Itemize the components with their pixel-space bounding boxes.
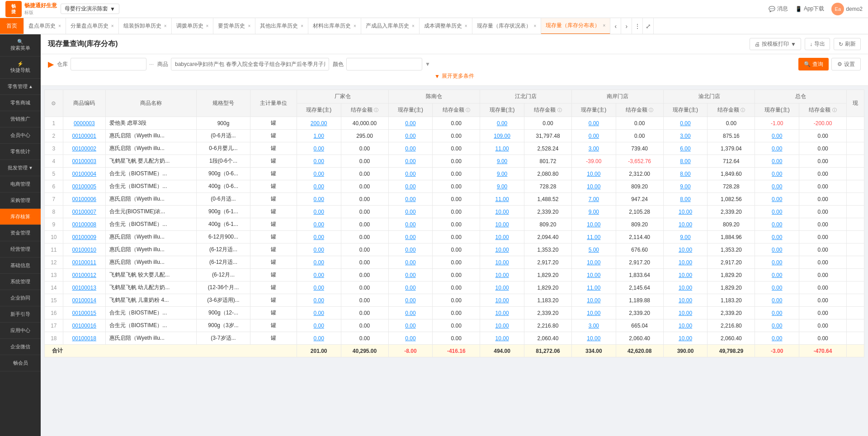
row-jb-stock: 9.00	[480, 168, 524, 180]
sidebar-item-system[interactable]: 系统管理	[0, 274, 41, 290]
summary-jb-amount: 81,272.06	[524, 345, 572, 357]
tab-stocktake[interactable]: 盘点单历史 ×	[24, 18, 66, 34]
sidebar-item-retail-mgmt[interactable]: 零售管理 ▲	[0, 79, 41, 95]
sidebar-item-retail-stats[interactable]: 零售统计	[0, 144, 41, 160]
sidebar-item-base[interactable]: 基础信息	[0, 258, 41, 274]
tab-home[interactable]: 首页	[0, 18, 24, 34]
warehouse-input[interactable]	[71, 58, 146, 70]
tab-other-out[interactable]: 其他出库单历史 ×	[255, 18, 308, 34]
sidebar-item-search[interactable]: 🔍 搜索英单	[0, 34, 41, 56]
tab-close-icon[interactable]: ×	[412, 23, 415, 28]
row-yb-stock: 8.00	[663, 193, 708, 206]
th-chennan-amount: 结存金额 ⓘ	[433, 103, 480, 117]
search-btn[interactable]: 🔍 查询	[798, 58, 829, 70]
tab-nav-prev[interactable]: ‹	[610, 18, 621, 34]
filter-toggle-arrow[interactable]: ▶	[48, 60, 53, 69]
row-f-amount: 0.00	[341, 218, 388, 231]
table-row: 3 00100002 惠氏启陪（Wyeth illu... 0-6月婴儿... …	[45, 142, 864, 155]
sidebar-item-app-center[interactable]: 应用中心	[0, 323, 41, 339]
tab-close-icon[interactable]: ×	[465, 23, 467, 28]
row-f-stock: 0.00	[297, 269, 341, 281]
row-cn-amount: 0.00	[433, 319, 480, 332]
page-header: 现存量查询(库存分布) 🖨 按模板打印 ▼ ↓ 导出 ↻ 刷新	[41, 34, 868, 54]
row-total-stock: 0.00	[755, 155, 799, 168]
search-icon: 🔍	[2, 39, 39, 45]
logo-area: 畅捷 畅捷通好生意 标版	[5, 1, 57, 17]
sidebar-item-member[interactable]: 会员中心	[0, 127, 41, 144]
tab-close-icon[interactable]: ×	[206, 23, 209, 28]
row-jb-stock: 10.00	[480, 294, 524, 307]
sidebar-item-purchase[interactable]: 采购管理	[0, 192, 41, 209]
product-input[interactable]	[171, 58, 329, 70]
tab-fullscreen[interactable]: ⤢	[643, 18, 654, 34]
app-download-btn[interactable]: 📱 App下载	[795, 5, 824, 13]
sidebar-item-wecom[interactable]: 企业微信	[0, 339, 41, 355]
sidebar-item-guide[interactable]: 新手引导	[0, 306, 41, 323]
sidebar-item-retail-store[interactable]: 零售商城	[0, 95, 41, 111]
message-btn[interactable]: 💬 消息	[769, 5, 788, 13]
tab-cost-adjust[interactable]: 成本调整单历史 ×	[420, 18, 472, 34]
row-yb-stock: 9.00	[663, 180, 708, 193]
summary-f-amount: 40,295.00	[341, 345, 388, 357]
dropdown-arrow: ▼	[791, 41, 796, 47]
tab-close-icon[interactable]: ×	[58, 23, 61, 28]
expand-conditions[interactable]: ▼ 展开更多条件	[48, 70, 861, 82]
tab-finished-in[interactable]: 产成品入库单历史 ×	[361, 18, 420, 34]
sidebar-item-ecommerce[interactable]: 电商管理	[0, 176, 41, 192]
row-cn-amount: 0.00	[433, 281, 480, 294]
row-na-amount: 1,189.88	[616, 294, 663, 307]
sidebar-item-ops[interactable]: 经营管理	[0, 241, 41, 258]
row-total-stock: 0.00	[755, 130, 799, 142]
row-total-amount: 0.00	[799, 155, 847, 168]
tab-nav-next[interactable]: ›	[621, 18, 632, 34]
sidebar-item-company-coop[interactable]: 企业协同	[0, 290, 41, 306]
refresh-btn[interactable]: ↻ 刷新	[834, 38, 861, 50]
row-extra	[847, 206, 864, 218]
sidebar-item-marketing[interactable]: 营销推广	[0, 111, 41, 127]
row-index: 17	[45, 319, 63, 332]
sidebar-item-finance[interactable]: 资金管理	[0, 225, 41, 241]
tab-close-icon[interactable]: ×	[248, 23, 250, 28]
row-cn-stock: 0.00	[388, 168, 433, 180]
tab-nav-more[interactable]: ⋮	[632, 18, 643, 34]
row-jb-stock: 9.00	[480, 180, 524, 193]
expand-label: 展开更多条件	[442, 72, 474, 80]
tab-requisition[interactable]: 要货单历史 ×	[213, 18, 255, 34]
tab-combo[interactable]: 组装拆卸单历史 ×	[119, 18, 172, 34]
settings-btn[interactable]: ⚙ 设置	[831, 58, 861, 70]
tab-close-icon[interactable]: ×	[111, 23, 114, 28]
info-icon: ⓘ	[832, 108, 837, 113]
sidebar-item-wholesale[interactable]: 批发管理 ▼	[0, 160, 41, 176]
row-code: 00100006	[63, 193, 105, 206]
company-selector[interactable]: 母婴行业演示陈套 ▼	[61, 4, 119, 14]
row-code: 00100012	[63, 269, 105, 281]
tab-close-icon[interactable]: ×	[534, 23, 537, 28]
row-code: 00100002	[63, 142, 105, 155]
tab-close-icon[interactable]: ×	[301, 23, 303, 28]
sidebar-item-quick-nav[interactable]: ⚡ 快捷导航	[0, 56, 41, 79]
tab-close-icon[interactable]: ×	[164, 23, 167, 28]
tab-close-icon[interactable]: ×	[603, 23, 605, 28]
user-area[interactable]: Ea demo2	[831, 3, 863, 15]
print-btn[interactable]: 🖨 按模板打印 ▼	[750, 38, 801, 50]
warehouse-dots[interactable]: ···	[149, 61, 154, 67]
color-dropdown-icon[interactable]: ▼	[425, 61, 430, 67]
color-input[interactable]	[346, 58, 422, 70]
row-unit: 罐	[250, 142, 297, 155]
info-icon: ⓘ	[741, 108, 745, 113]
row-jb-stock: 0.00	[480, 117, 524, 130]
arrow-icon: ▼	[28, 165, 33, 170]
sidebar-item-super-member[interactable]: 畅会员	[0, 355, 41, 371]
tab-material-out[interactable]: 材料出库单历史 ×	[308, 18, 361, 34]
refresh-icon: ↻	[839, 41, 843, 47]
sidebar-item-inventory[interactable]: 库存核算	[0, 209, 41, 225]
tab-close-icon[interactable]: ×	[354, 23, 356, 28]
export-btn[interactable]: ↓ 导出	[805, 38, 830, 50]
tab-branch-stocktake[interactable]: 分量盘点单历史 ×	[66, 18, 119, 34]
tab-transfer[interactable]: 调拨单历史 ×	[172, 18, 214, 34]
tab-stock-status[interactable]: 现存量（库存状况表） ×	[472, 18, 542, 34]
settings-gear-icon[interactable]: ⚙	[51, 100, 56, 107]
row-name: 合生元(BIOSTIME)浓...	[105, 206, 196, 218]
tab-stock-dist[interactable]: 现存量（库存分布表） ×	[541, 18, 610, 34]
tab-label: 要货单历史	[218, 22, 245, 30]
